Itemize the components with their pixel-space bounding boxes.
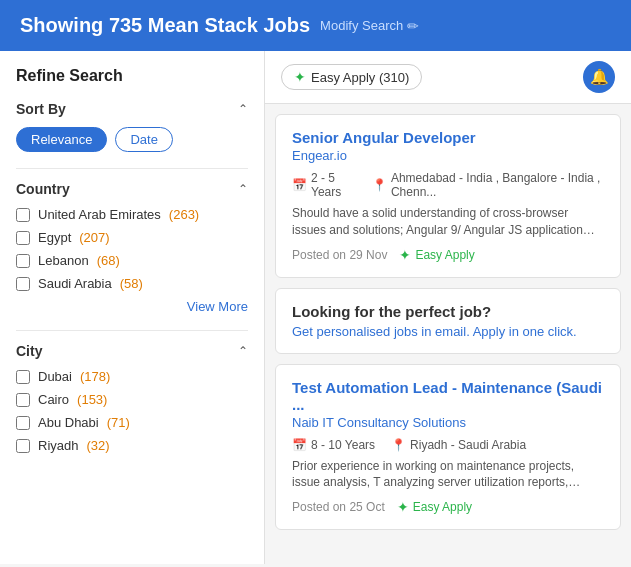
city-item-dubai: Dubai (178) <box>16 369 248 384</box>
main-content: Refine Search Sort By ⌃ Relevance Date C… <box>0 51 631 564</box>
posted-date-2: Posted on 25 Oct <box>292 500 385 514</box>
city-item-riyadh: Riyadh (32) <box>16 438 248 453</box>
location-icon-2: 📍 <box>391 438 406 452</box>
country-view-more-link[interactable]: View More <box>16 299 248 314</box>
job-meta-2: 📅 8 - 10 Years 📍 Riyadh - Saudi Arabia <box>292 438 604 452</box>
sort-buttons: Relevance Date <box>16 127 248 152</box>
promo-text: Get personalised jobs in email. Apply in… <box>292 324 604 339</box>
easy-apply-filter-label: Easy Apply (310) <box>311 70 409 85</box>
sort-by-section: Sort By ⌃ Relevance Date <box>16 101 248 152</box>
country-count-saudi: (58) <box>120 276 143 291</box>
city-checkbox-dubai[interactable] <box>16 370 30 384</box>
page-title: Showing 735 Mean Stack Jobs <box>20 14 310 37</box>
bell-icon: 🔔 <box>590 68 609 86</box>
job-card-2: Test Automation Lead - Maintenance (Saud… <box>275 364 621 531</box>
refine-search-title: Refine Search <box>16 67 248 85</box>
city-name-cairo: Cairo <box>38 392 69 407</box>
city-checkbox-riyadh[interactable] <box>16 439 30 453</box>
city-name-abudhabi: Abu Dhabi <box>38 415 99 430</box>
promo-card: Looking for the perfect job? Get persona… <box>275 288 621 354</box>
experience-value-1: 2 - 5 Years <box>311 171 356 199</box>
location-meta-2: 📍 Riyadh - Saudi Arabia <box>391 438 526 452</box>
city-header: City ⌃ <box>16 343 248 359</box>
notification-bell-button[interactable]: 🔔 <box>583 61 615 93</box>
posted-date-1: Posted on 29 Nov <box>292 248 387 262</box>
sort-date-button[interactable]: Date <box>115 127 172 152</box>
job-card-1: Senior Angular Developer Engear.io 📅 2 -… <box>275 114 621 278</box>
page-header: Showing 735 Mean Stack Jobs Modify Searc… <box>0 0 631 51</box>
city-name-dubai: Dubai <box>38 369 72 384</box>
country-name-egypt: Egypt <box>38 230 71 245</box>
country-item-saudi: Saudi Arabia (58) <box>16 276 248 291</box>
promo-title: Looking for the perfect job? <box>292 303 604 320</box>
job-meta-1: 📅 2 - 5 Years 📍 Ahmedabad - India , Bang… <box>292 171 604 199</box>
pencil-icon: ✏ <box>407 18 419 34</box>
location-value-2: Riyadh - Saudi Arabia <box>410 438 526 452</box>
easy-apply-badge-dot-1: ✦ <box>399 247 411 263</box>
easy-apply-badge-1[interactable]: ✦ Easy Apply <box>399 247 474 263</box>
city-label: City <box>16 343 42 359</box>
briefcase-icon-1: 📅 <box>292 178 307 192</box>
country-name-uae: United Arab Emirates <box>38 207 161 222</box>
easy-apply-badge-label-1: Easy Apply <box>415 248 474 262</box>
easy-apply-badge-2[interactable]: ✦ Easy Apply <box>397 499 472 515</box>
country-item-lebanon: Lebanon (68) <box>16 253 248 268</box>
country-checkbox-saudi[interactable] <box>16 277 30 291</box>
location-meta-1: 📍 Ahmedabad - India , Bangalore - India … <box>372 171 604 199</box>
country-checkbox-uae[interactable] <box>16 208 30 222</box>
jobs-panel: ✦ Easy Apply (310) 🔔 Senior Angular Deve… <box>265 51 631 564</box>
job-title-2[interactable]: Test Automation Lead - Maintenance (Saud… <box>292 379 604 413</box>
company-name-2[interactable]: Naib IT Consultancy Solutions <box>292 415 604 430</box>
city-name-riyadh: Riyadh <box>38 438 78 453</box>
country-header: Country ⌃ <box>16 181 248 197</box>
easy-apply-badge-label-2: Easy Apply <box>413 500 472 514</box>
city-count-cairo: (153) <box>77 392 107 407</box>
country-item-uae: United Arab Emirates (263) <box>16 207 248 222</box>
filters-bar: ✦ Easy Apply (310) 🔔 <box>265 51 631 104</box>
city-checkbox-cairo[interactable] <box>16 393 30 407</box>
experience-value-2: 8 - 10 Years <box>311 438 375 452</box>
sort-by-chevron-icon: ⌃ <box>238 102 248 116</box>
sort-by-header: Sort By ⌃ <box>16 101 248 117</box>
country-count-lebanon: (68) <box>97 253 120 268</box>
modify-search-label: Modify Search <box>320 18 403 33</box>
location-icon-1: 📍 <box>372 178 387 192</box>
sort-by-label: Sort By <box>16 101 66 117</box>
country-count-egypt: (207) <box>79 230 109 245</box>
briefcase-icon-2: 📅 <box>292 438 307 452</box>
city-count-abudhabi: (71) <box>107 415 130 430</box>
city-checkbox-abudhabi[interactable] <box>16 416 30 430</box>
city-item-cairo: Cairo (153) <box>16 392 248 407</box>
country-name-lebanon: Lebanon <box>38 253 89 268</box>
city-count-dubai: (178) <box>80 369 110 384</box>
experience-meta-1: 📅 2 - 5 Years <box>292 171 356 199</box>
sort-relevance-button[interactable]: Relevance <box>16 127 107 152</box>
location-value-1: Ahmedabad - India , Bangalore - India , … <box>391 171 604 199</box>
job-title-1[interactable]: Senior Angular Developer <box>292 129 604 146</box>
country-chevron-icon: ⌃ <box>238 182 248 196</box>
city-count-riyadh: (32) <box>86 438 109 453</box>
job-desc-1: Should have a solid understanding of cro… <box>292 205 604 239</box>
country-checkbox-lebanon[interactable] <box>16 254 30 268</box>
city-item-abudhabi: Abu Dhabi (71) <box>16 415 248 430</box>
company-name-1[interactable]: Engear.io <box>292 148 604 163</box>
city-chevron-icon: ⌃ <box>238 344 248 358</box>
experience-meta-2: 📅 8 - 10 Years <box>292 438 375 452</box>
easy-apply-dot-icon: ✦ <box>294 69 306 85</box>
job-footer-2: Posted on 25 Oct ✦ Easy Apply <box>292 499 604 515</box>
job-footer-1: Posted on 29 Nov ✦ Easy Apply <box>292 247 604 263</box>
country-count-uae: (263) <box>169 207 199 222</box>
country-section: Country ⌃ United Arab Emirates (263) Egy… <box>16 181 248 314</box>
country-item-egypt: Egypt (207) <box>16 230 248 245</box>
easy-apply-badge-dot-2: ✦ <box>397 499 409 515</box>
job-desc-2: Prior experience in working on maintenan… <box>292 458 604 492</box>
country-label: Country <box>16 181 70 197</box>
country-name-saudi: Saudi Arabia <box>38 276 112 291</box>
country-checkbox-egypt[interactable] <box>16 231 30 245</box>
city-section: City ⌃ Dubai (178) Cairo (153) Abu Dhabi… <box>16 343 248 453</box>
modify-search-button[interactable]: Modify Search ✏ <box>320 18 419 34</box>
easy-apply-filter-tag[interactable]: ✦ Easy Apply (310) <box>281 64 422 90</box>
sidebar: Refine Search Sort By ⌃ Relevance Date C… <box>0 51 265 564</box>
